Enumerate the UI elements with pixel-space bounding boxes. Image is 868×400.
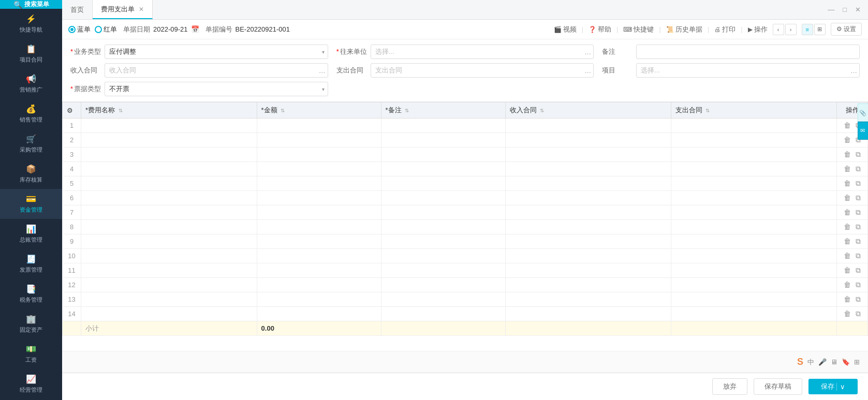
row-11-copy-icon[interactable]: ⧉ xyxy=(856,266,861,274)
row-14-amount[interactable] xyxy=(257,307,381,321)
sidebar-item-capital-mgmt[interactable]: 💳资金管理 xyxy=(0,189,62,219)
discard-button[interactable]: 放弃 xyxy=(712,378,747,395)
row-8-copy-icon[interactable]: ⧉ xyxy=(856,223,861,231)
row-13-expense-name[interactable] xyxy=(81,292,257,307)
row-7-expense-name[interactable] xyxy=(81,205,257,220)
row-7-delete-icon[interactable]: 🗑 xyxy=(844,208,851,216)
row-1-expense-name[interactable] xyxy=(81,118,257,133)
row-2-expense-contract[interactable] xyxy=(671,133,836,147)
sidebar-item-accounting[interactable]: 📊总账管理 xyxy=(0,219,62,249)
row-10-delete-icon[interactable]: 🗑 xyxy=(844,251,851,260)
sidebar-item-project-contract[interactable]: 📋项目合同 xyxy=(0,39,62,69)
income-contract-input[interactable]: 收入合同 … xyxy=(105,63,328,78)
row-3-copy-icon[interactable]: ⧉ xyxy=(856,150,861,158)
row-1-delete-icon[interactable]: 🗑 xyxy=(844,121,851,129)
row-4-income-contract[interactable] xyxy=(505,162,671,176)
grid-icon[interactable]: ⊞ xyxy=(854,358,860,366)
row-6-note[interactable] xyxy=(381,191,505,205)
nav-prev-btn[interactable]: ‹ xyxy=(773,24,784,35)
mic-icon[interactable]: 🎤 xyxy=(818,358,827,366)
partner-dots-icon[interactable]: … xyxy=(582,48,593,56)
expense-contract-dots-icon[interactable]: … xyxy=(582,67,593,75)
row-6-income-contract[interactable] xyxy=(505,191,671,205)
row-10-expense-name[interactable] xyxy=(81,249,257,263)
zhong-icon[interactable]: 中 xyxy=(807,358,814,367)
row-2-expense-name[interactable] xyxy=(81,133,257,147)
row-7-note[interactable] xyxy=(381,205,505,220)
save-dropdown-icon[interactable]: ∨ xyxy=(836,383,845,391)
save-draft-button[interactable]: 保存草稿 xyxy=(754,378,802,395)
row-3-delete-icon[interactable]: 🗑 xyxy=(844,150,851,158)
row-5-note[interactable] xyxy=(381,176,505,191)
row-3-expense-contract[interactable] xyxy=(671,147,836,162)
row-5-income-contract[interactable] xyxy=(505,176,671,191)
row-6-expense-contract[interactable] xyxy=(671,191,836,205)
sidebar-item-sales-mgmt[interactable]: 💰销售管理 xyxy=(0,99,62,129)
row-5-amount[interactable] xyxy=(257,176,381,191)
row-6-expense-name[interactable] xyxy=(81,191,257,205)
project-dots-icon[interactable]: … xyxy=(848,67,859,75)
row-1-expense-contract[interactable] xyxy=(671,118,836,133)
row-11-income-contract[interactable] xyxy=(505,263,671,278)
income-contract-dots-icon[interactable]: … xyxy=(317,67,328,75)
side-panel-btn-2[interactable]: ✉ xyxy=(858,122,868,140)
row-11-expense-name[interactable] xyxy=(81,263,257,278)
row-12-expense-contract[interactable] xyxy=(671,278,836,292)
row-10-expense-contract[interactable] xyxy=(671,249,836,263)
row-4-copy-icon[interactable]: ⧉ xyxy=(856,165,861,173)
row-10-income-contract[interactable] xyxy=(505,249,671,263)
row-7-amount[interactable] xyxy=(257,205,381,220)
row-1-amount[interactable] xyxy=(257,118,381,133)
row-3-amount[interactable] xyxy=(257,147,381,162)
row-2-note[interactable] xyxy=(381,133,505,147)
row-14-income-contract[interactable] xyxy=(505,307,671,321)
row-11-amount[interactable] xyxy=(257,263,381,278)
row-7-copy-icon[interactable]: ⧉ xyxy=(856,208,861,216)
row-4-delete-icon[interactable]: 🗑 xyxy=(844,165,851,173)
row-13-delete-icon[interactable]: 🗑 xyxy=(844,295,851,303)
sort-expense-icon[interactable]: ⇅ xyxy=(705,108,710,113)
row-2-income-contract[interactable] xyxy=(505,133,671,147)
sidebar-item-marketing[interactable]: 📢营销推广 xyxy=(0,69,62,99)
sort-note-icon[interactable]: ⇅ xyxy=(405,108,409,113)
row-4-expense-name[interactable] xyxy=(81,162,257,176)
expense-contract-input[interactable]: 支出合同 … xyxy=(371,63,594,78)
sort-expense-name-icon[interactable]: ⇅ xyxy=(119,108,123,113)
search-menu-button[interactable]: 🔍 搜索菜单 xyxy=(0,0,62,9)
row-3-income-contract[interactable] xyxy=(505,147,671,162)
row-8-income-contract[interactable] xyxy=(505,220,671,234)
row-5-expense-contract[interactable] xyxy=(671,176,836,191)
sidebar-item-invoice-mgmt[interactable]: 🧾发票管理 xyxy=(0,249,62,279)
video-btn[interactable]: 🎬 视频 xyxy=(554,25,577,34)
row-4-note[interactable] xyxy=(381,162,505,176)
history-btn[interactable]: 📜 历史单据 xyxy=(666,25,702,34)
row-12-delete-icon[interactable]: 🗑 xyxy=(844,280,851,289)
screen-icon[interactable]: 🖥 xyxy=(831,358,837,366)
row-9-note[interactable] xyxy=(381,234,505,249)
bill-type-select[interactable]: 不开票 ▾ xyxy=(105,82,328,96)
row-8-delete-icon[interactable]: 🗑 xyxy=(844,223,851,231)
row-6-amount[interactable] xyxy=(257,191,381,205)
row-6-copy-icon[interactable]: ⧉ xyxy=(856,194,861,202)
row-10-copy-icon[interactable]: ⧉ xyxy=(856,251,861,260)
row-10-note[interactable] xyxy=(381,249,505,263)
settings-button[interactable]: ⚙ 设置 xyxy=(831,23,862,36)
row-9-income-contract[interactable] xyxy=(505,234,671,249)
window-close-btn[interactable]: ✕ xyxy=(852,6,864,13)
radio-blue[interactable]: 蓝单 xyxy=(68,25,91,34)
row-14-expense-contract[interactable] xyxy=(671,307,836,321)
row-9-copy-icon[interactable]: ⧉ xyxy=(856,237,861,245)
row-3-note[interactable] xyxy=(381,147,505,162)
row-13-copy-icon[interactable]: ⧉ xyxy=(856,295,861,303)
nav-next-btn[interactable]: › xyxy=(785,24,797,35)
row-2-amount[interactable] xyxy=(257,133,381,147)
row-14-note[interactable] xyxy=(381,307,505,321)
row-8-amount[interactable] xyxy=(257,220,381,234)
sort-amount-icon[interactable]: ⇅ xyxy=(281,108,285,113)
row-9-delete-icon[interactable]: 🗑 xyxy=(844,237,851,245)
help-btn[interactable]: ❓ 帮助 xyxy=(589,25,611,34)
tab-home[interactable]: 首页 xyxy=(62,0,93,19)
row-11-delete-icon[interactable]: 🗑 xyxy=(844,266,851,274)
window-maximize-btn[interactable]: □ xyxy=(840,6,850,13)
sidebar-item-salary[interactable]: 💵工资 xyxy=(0,339,62,369)
